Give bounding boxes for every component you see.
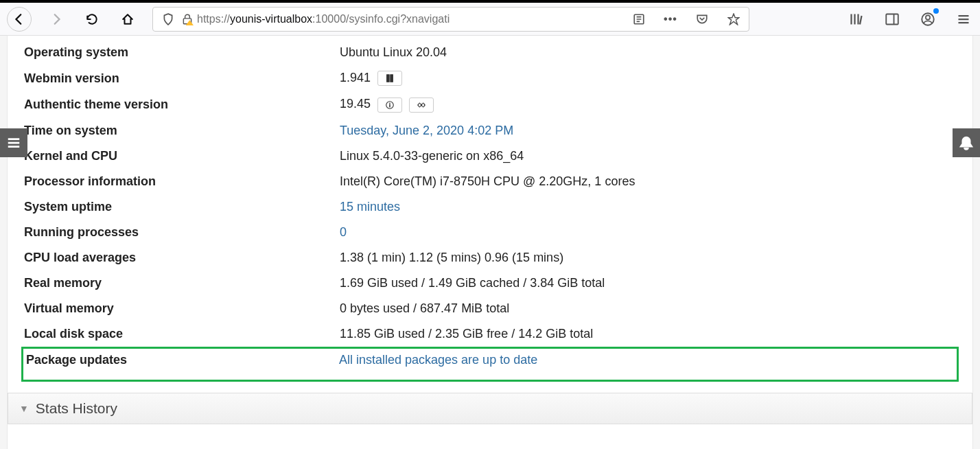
row-label: Processor information (24, 174, 340, 189)
row-label: Package updates (26, 353, 339, 367)
svg-rect-2 (886, 14, 898, 24)
stats-history-header[interactable]: ▼ Stats History (8, 393, 972, 424)
lock-warning-icon[interactable] (178, 13, 197, 25)
info-row: Processor informationIntel(R) Core(TM) i… (24, 169, 956, 194)
page-action-icon[interactable]: ••• (661, 10, 680, 29)
svg-point-4 (926, 15, 930, 19)
reload-button[interactable] (81, 8, 103, 30)
row-value: 1.69 GiB used / 1.49 GiB cached / 3.84 G… (340, 276, 605, 290)
package-updates-link[interactable]: All installed packages are up to date (339, 353, 537, 367)
profile-icon[interactable] (918, 10, 937, 29)
row-label: Running processes (24, 225, 340, 240)
info-row: Running processes0 (24, 220, 956, 245)
info-row: Virtual memory0 bytes used / 687.47 MiB … (24, 296, 956, 321)
info-row: System uptime15 minutes (24, 194, 956, 220)
row-label: Time on system (24, 124, 340, 138)
url-text: https://younis-virtualbox:10000/sysinfo.… (197, 13, 622, 25)
content-area: Operating systemUbuntu Linux 20.04Webmin… (0, 36, 980, 449)
row-value[interactable]: 0 (340, 225, 347, 240)
info-row: Real memory1.69 GiB used / 1.49 GiB cach… (24, 270, 956, 296)
row-label: Webmin version (24, 71, 340, 86)
nav-buttons (7, 7, 139, 32)
info-row: Time on systemTuesday, June 2, 2020 4:02… (24, 118, 956, 143)
url-protocol: https:// (197, 13, 230, 25)
sidebar-icon[interactable] (883, 10, 902, 29)
info-row: Webmin version1.941 (24, 65, 956, 91)
forward-button[interactable] (45, 8, 67, 30)
info-row: Authentic theme version19.45 (24, 91, 956, 117)
row-value: 19.45 (340, 97, 434, 112)
back-button[interactable] (7, 7, 32, 32)
url-path: :10000/sysinfo.cgi?xnavigati (312, 13, 450, 25)
pocket-icon[interactable] (692, 10, 712, 29)
row-label: Operating system (24, 45, 340, 60)
notifications-toggle[interactable] (953, 128, 980, 157)
chevron-down-icon: ▼ (19, 403, 29, 414)
book-button[interactable] (377, 71, 402, 86)
row-value: Intel(R) Core(TM) i7-8750H CPU @ 2.20GHz… (340, 174, 635, 189)
main-panel: Operating systemUbuntu Linux 20.04Webmin… (7, 36, 973, 449)
bookmark-star-icon[interactable] (724, 10, 743, 29)
info-row: Operating systemUbuntu Linux 20.04 (24, 40, 956, 65)
reader-icon[interactable] (629, 10, 649, 29)
left-sidebar-toggle[interactable] (0, 128, 27, 157)
browser-toolbar: https://younis-virtualbox:10000/sysinfo.… (0, 3, 980, 36)
section-title: Stats History (36, 400, 117, 417)
gear-button[interactable] (409, 97, 434, 113)
info-row: CPU load averages1.38 (1 min) 1.12 (5 mi… (24, 245, 956, 270)
svg-point-7 (421, 103, 424, 106)
row-value: 0 bytes used / 687.47 MiB total (340, 301, 509, 316)
row-value: Linux 5.4.0-33-generic on x86_64 (340, 149, 524, 163)
row-label: System uptime (24, 200, 340, 214)
row-value[interactable]: Tuesday, June 2, 2020 4:02 PM (340, 124, 513, 138)
row-label: Real memory (24, 276, 340, 290)
svg-point-6 (418, 103, 421, 106)
row-value: 1.941 (340, 71, 402, 86)
row-label: Virtual memory (24, 301, 340, 316)
url-domain: younis-virtualbox (230, 13, 312, 25)
row-value: 1.38 (1 min) 1.12 (5 mins) 0.96 (15 mins… (340, 251, 563, 265)
row-value: 11.85 GiB used / 2.35 GiB free / 14.2 Gi… (340, 327, 593, 341)
row-label: Authentic theme version (24, 97, 340, 112)
row-label: Kernel and CPU (24, 149, 340, 163)
info-row: Kernel and CPULinux 5.4.0-33-generic on … (24, 143, 956, 169)
info-row: Local disk space11.85 GiB used / 2.35 Gi… (24, 321, 956, 347)
url-right-icons: ••• (629, 10, 743, 29)
home-button[interactable] (117, 8, 139, 30)
shield-icon[interactable] (159, 13, 178, 25)
url-bar[interactable]: https://younis-virtualbox:10000/sysinfo.… (152, 7, 749, 32)
menu-icon[interactable] (954, 10, 973, 29)
system-info-table: Operating systemUbuntu Linux 20.04Webmin… (8, 36, 972, 347)
row-label: Local disk space (24, 327, 340, 341)
library-icon[interactable] (847, 10, 866, 29)
info-button[interactable] (377, 97, 402, 113)
package-updates-row: Package updates All installed packages a… (21, 347, 959, 382)
row-label: CPU load averages (24, 251, 340, 265)
row-value: Ubuntu Linux 20.04 (340, 45, 447, 60)
row-value[interactable]: 15 minutes (340, 200, 400, 214)
notification-dot (933, 8, 939, 14)
toolbar-right (847, 10, 973, 29)
